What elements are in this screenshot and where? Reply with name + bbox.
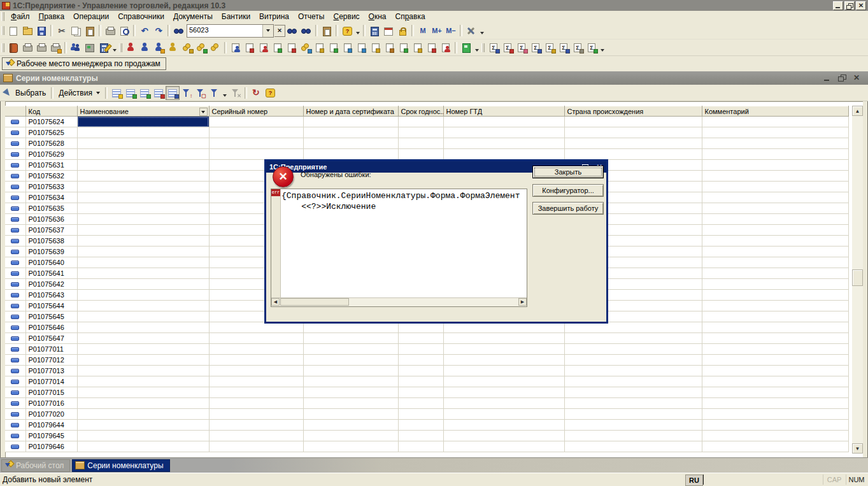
cell-Номер ГТД[interactable] [443,398,564,409]
row-type-cell[interactable] [5,236,25,247]
row-type-cell[interactable] [5,182,25,192]
cut-button[interactable]: ✂ [55,24,69,38]
toolbar-standard-more-button[interactable] [354,24,361,38]
sort-dropdown-button[interactable] [199,108,208,116]
cell-Наименование[interactable] [77,225,209,236]
toolbar-documents-more-button[interactable] [473,41,480,55]
row-type-cell[interactable] [5,257,25,268]
cell-Наименование[interactable] [77,398,209,409]
app-restore-button[interactable] [844,1,855,10]
app-close-button[interactable] [856,1,866,10]
cell-Комментарий[interactable] [702,420,848,431]
cell-Наименование[interactable] [77,441,209,452]
filter-more-button[interactable] [222,86,229,100]
post-doc-button[interactable] [383,41,397,55]
filter-by-value-button[interactable] [208,86,222,100]
print-button[interactable] [103,24,117,38]
cell-Комментарий[interactable] [702,257,848,268]
code-cell[interactable]: P01077011 [25,344,77,355]
cell-Срок годнос...[interactable] [398,398,443,409]
report-totals-button[interactable]: Σ [585,41,599,55]
cell-Срок годнос...[interactable] [398,409,443,420]
row-type-cell[interactable] [5,409,25,420]
row-type-cell[interactable] [5,279,25,290]
cell-Наименование[interactable] [77,171,209,182]
code-cell[interactable]: P01075645 [25,311,77,322]
cell-Комментарий[interactable] [702,192,848,203]
find-previous-button[interactable] [299,24,313,38]
mdi-close-button[interactable] [852,74,861,82]
code-cell[interactable]: P01075635 [25,203,77,214]
column-header-Номер ГТД[interactable]: Номер ГТД [443,106,564,117]
cell-Комментарий[interactable] [702,409,848,420]
cell-Наименование[interactable] [77,149,209,160]
row-type-cell[interactable] [5,290,25,301]
menu-операции[interactable]: Операции [69,11,113,22]
invoice-doc-button[interactable] [313,41,327,55]
column-header-Страна происхождения[interactable]: Страна происхождения [564,106,702,117]
cell-Наименование[interactable] [77,333,209,344]
scroll-up-button[interactable]: ▲ [852,106,863,116]
menu-документы[interactable]: Документы [169,11,217,22]
cell-Серийный номер[interactable] [209,138,303,149]
code-cell[interactable]: P01077013 [25,366,77,376]
cell-Страна происхождения[interactable] [564,333,702,344]
report-stock-button[interactable]: Σ [543,41,557,55]
cell-Страна происхождения[interactable] [564,322,702,333]
cell-Номер и дата сертификата[interactable] [303,322,398,333]
about-1c-button[interactable]: ? [340,24,354,38]
cell-Комментарий[interactable] [702,268,848,279]
code-cell[interactable]: P01075638 [25,236,77,247]
cell-Серийный номер[interactable] [209,376,303,387]
cell-Срок годнос...[interactable] [398,322,443,333]
buyer-order-button[interactable] [124,41,138,55]
row-type-cell[interactable] [5,420,25,431]
cell-Комментарий[interactable] [702,279,848,290]
report-copy-button[interactable]: Σ [571,41,585,55]
cell-Страна происхождения[interactable] [564,420,702,431]
cell-Срок годнос...[interactable] [398,117,443,127]
cell-Страна происхождения[interactable] [564,431,702,441]
incoming-doc-button[interactable] [243,41,257,55]
code-cell[interactable]: P01075631 [25,160,77,171]
cell-Комментарий[interactable] [702,344,848,355]
row-type-cell[interactable] [5,203,25,214]
calendar-button[interactable] [381,24,395,38]
cell-Страна происхождения[interactable] [564,409,702,420]
cell-Страна происхождения[interactable] [564,366,702,376]
menu-справочники[interactable]: Справочники [113,11,169,22]
cancel-doc-button[interactable] [425,41,439,55]
report-partners-button[interactable]: Σ [515,41,529,55]
cell-Срок годнос...[interactable] [398,376,443,387]
code-cell[interactable]: P01075628 [25,138,77,149]
transfer-doc-button[interactable] [341,41,355,55]
cell-Номер и дата сертификата[interactable] [303,441,398,452]
payment-in-doc-button[interactable] [271,41,285,55]
cell-Комментарий[interactable] [702,431,848,441]
cell-Срок годнос...[interactable] [398,149,443,160]
cell-Номер ГТД[interactable] [443,322,564,333]
delete-item-button[interactable] [152,86,166,100]
window-tab-series[interactable]: Серии номенклатуры [72,459,169,472]
cell-Серийный номер[interactable] [209,420,303,431]
hscroll-right-button[interactable]: ▶ [518,298,527,306]
add-doc-button[interactable] [369,41,383,55]
cell-Комментарий[interactable] [702,398,848,409]
row-type-cell[interactable] [5,214,25,225]
return-doc-button[interactable] [355,41,369,55]
row-type-cell[interactable] [5,268,25,279]
app-minimize-button[interactable] [833,1,843,10]
cell-Наименование[interactable] [77,366,209,376]
cell-Номер ГТД[interactable] [443,149,564,160]
cell-Комментарий[interactable] [702,160,848,171]
coins-exchange-button[interactable] [299,41,313,55]
cell-Наименование[interactable] [77,127,209,138]
row-type-cell[interactable] [5,322,25,333]
cell-Номер и дата сертификата[interactable] [303,333,398,344]
mdi-minimize-button[interactable] [823,74,832,82]
code-cell[interactable]: P01077020 [25,409,77,420]
cell-Наименование[interactable] [77,160,209,171]
payment-out-doc-button[interactable] [285,41,299,55]
code-cell[interactable]: P01075642 [25,279,77,290]
basket-doc-button[interactable] [257,41,271,55]
